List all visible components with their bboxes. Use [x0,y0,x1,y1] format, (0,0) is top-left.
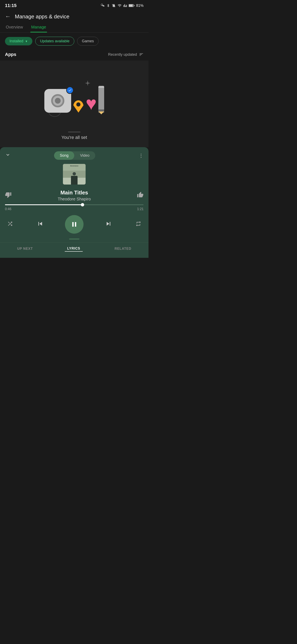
next-button[interactable] [103,220,114,229]
previous-button[interactable] [35,220,45,229]
updates-available-chip[interactable]: Updates available [35,37,74,46]
tab-overview[interactable]: Overview [5,23,24,32]
status-time: 11:15 [5,3,16,8]
track-center: Main Titles Theodore Shapiro [58,190,91,202]
recently-updated-sort[interactable]: Recently updated [108,52,144,57]
total-time: 1:21 [137,207,144,211]
dislike-button[interactable] [5,192,11,200]
lyrics-tab[interactable]: LYRICS [65,246,83,252]
progress-fill [5,204,82,205]
dropdown-arrow-icon: ▼ [25,40,28,43]
video-toggle[interactable]: Video [74,151,95,160]
svg-rect-2 [134,5,134,6]
album-name: Severance [70,165,78,167]
page-title: Manage apps & device [15,14,69,20]
bluetooth-icon [106,4,110,8]
related-tab[interactable]: RELATED [112,246,134,252]
recently-updated-label: Recently updated [108,52,137,57]
album-art-container: Severance [0,162,148,190]
bottom-tab-bar: UP NEXT LYRICS RELATED [0,242,148,258]
mute-icon [112,4,116,8]
filter-bar: Installed ▼ Updates available Games [0,32,148,50]
games-chip[interactable]: Games [77,37,99,46]
back-button[interactable]: ← [5,13,11,20]
progress-thumb [81,203,84,206]
apps-label: Apps [5,52,16,57]
installed-chip[interactable]: Installed ▼ [5,37,32,46]
sparkle-icon [83,80,92,88]
tab-manage[interactable]: Manage [30,23,47,32]
track-info-row: Main Titles Theodore Shapiro [0,190,148,204]
progress-section: 0:46 1:21 [0,204,148,211]
track-title: Main Titles [58,190,91,196]
music-player: Song Video ⋮ Severance [0,147,148,258]
track-artist: Theodore Shapiro [58,197,91,202]
repeat-button[interactable] [133,221,144,228]
shuffle-button[interactable] [5,221,15,228]
time-row: 0:46 1:21 [5,207,144,211]
pause-icon [70,220,78,228]
more-options-button[interactable]: ⋮ [139,153,144,158]
all-set-label: You're all set [61,135,87,140]
svg-rect-1 [129,4,133,6]
wifi-icon [118,4,122,8]
like-button[interactable] [137,192,144,200]
all-set-section: ♥ You're all set [0,60,148,147]
key-icon [101,4,105,8]
up-next-tab[interactable]: UP NEXT [15,246,35,252]
page-header: ← Manage apps & device [0,10,148,23]
player-top-bar: Song Video ⋮ [0,147,148,162]
song-video-toggle: Song Video [54,151,95,160]
progress-bar[interactable] [5,204,144,205]
current-time: 0:46 [5,207,11,211]
signal-icon [123,4,127,8]
tab-bar: Overview Manage [0,23,148,32]
song-toggle[interactable]: Song [54,151,74,160]
check-badge [66,86,74,94]
battery-icon [129,4,134,7]
album-art: Severance [63,164,86,184]
pause-button[interactable] [65,215,83,234]
apps-sort-row: Apps Recently updated [0,50,148,60]
battery-percentage: 81% [136,4,144,8]
collapse-button[interactable] [5,152,11,159]
sort-icon [139,52,144,57]
playback-controls [0,215,148,238]
status-bar: 11:15 81% [0,0,148,10]
status-icons: 81% [101,4,144,8]
